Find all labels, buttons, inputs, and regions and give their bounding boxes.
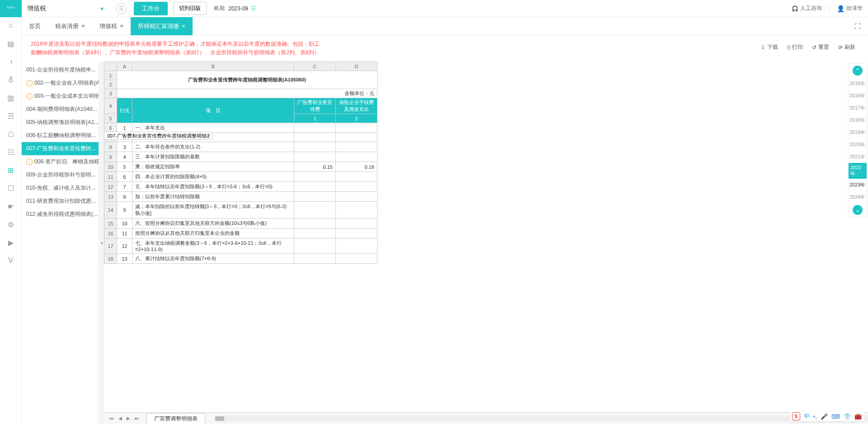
avatar-icon: 👤: [837, 5, 844, 12]
chevron-down-icon: ▾: [100, 5, 104, 12]
workbench-button[interactable]: 工作台: [134, 2, 168, 15]
divider: [829, 5, 830, 12]
tab-label: 增值税: [99, 22, 117, 30]
logo-icon[interactable]: 〰: [0, 0, 22, 17]
left-sidebar: ⌂ ▤ ⫞ ♁ ▥ ☴ ☖ ☷ ⊞ ☐ ☛ ⚙ ▶ V: [0, 17, 22, 35]
consult-label: 人工咨询: [800, 5, 822, 12]
calendar-icon[interactable]: ☷: [251, 5, 256, 12]
period-value[interactable]: 2023-09: [228, 5, 248, 12]
app-name: 增值税: [27, 5, 46, 13]
tab-vat[interactable]: 增值税✕: [92, 17, 131, 35]
user-profile[interactable]: 👤 徐泽华: [837, 5, 863, 12]
app-selector[interactable]: 增值税 ▾: [27, 5, 108, 13]
doc-icon[interactable]: ☰: [116, 3, 127, 14]
tabs-bar: 首页 税表清册✕ 增值税✕ 所得税汇算清缴✕ ⛶: [0, 17, 868, 35]
home-icon[interactable]: ⌂: [6, 21, 15, 30]
old-version-button[interactable]: 切到旧版: [173, 2, 207, 15]
close-icon[interactable]: ✕: [182, 24, 185, 29]
tab-income-tax[interactable]: 所得税汇算清缴✕: [131, 17, 193, 35]
headset-icon: 🎧: [792, 5, 798, 12]
period-label: 账期: [214, 5, 225, 12]
consult-link[interactable]: 🎧 人工咨询: [792, 5, 822, 12]
tab-home[interactable]: 首页: [22, 17, 48, 35]
user-name: 徐泽华: [846, 5, 863, 12]
close-icon[interactable]: ✕: [81, 24, 85, 29]
tab-label: 所得税汇算清缴: [138, 22, 179, 30]
maximize-icon[interactable]: ⛶: [851, 21, 864, 32]
top-header: 〰 增值税 ▾ ☰ 工作台 切到旧版 账期 2023-09 ☷ 🎧 人工咨询 👤…: [0, 0, 868, 17]
tab-label: 税表清册: [55, 22, 79, 30]
tab-label: 首页: [29, 22, 41, 30]
close-icon[interactable]: ✕: [120, 24, 123, 29]
tab-tax-list[interactable]: 税表清册✕: [48, 17, 92, 35]
